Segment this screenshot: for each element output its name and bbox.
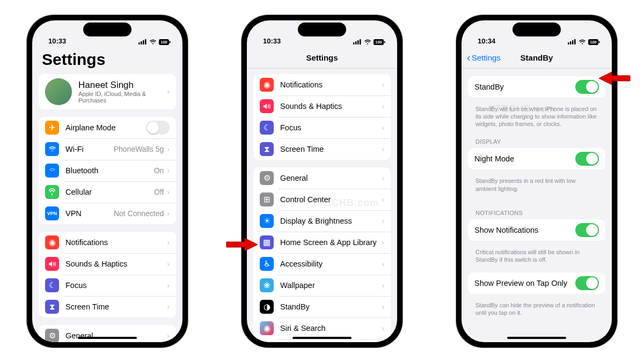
chevron-right-icon: › — [382, 123, 384, 132]
apple-id-row[interactable]: Haneet Singh Apple ID, iCloud, Media & P… — [39, 74, 176, 109]
svg-marker-22 — [599, 72, 630, 85]
screentime-row[interactable]: ⧗ Screen Time › — [253, 138, 391, 160]
standby-toggle[interactable] — [575, 80, 599, 94]
back-button[interactable]: ‹ Settings — [467, 52, 501, 63]
status-time: 10:33 — [48, 37, 66, 45]
airplane-icon: ✈︎ — [45, 121, 59, 135]
accessibility-row[interactable]: ♿︎ Accessibility › — [253, 253, 391, 275]
screentime-row[interactable]: ⧗ Screen Time › — [39, 296, 176, 317]
night-mode-toggle[interactable] — [575, 152, 599, 166]
chevron-right-icon: › — [167, 209, 170, 218]
notifications-row[interactable]: ◉ Notifications › — [253, 74, 391, 95]
general-row[interactable]: ⚙︎ General › — [39, 325, 176, 342]
airplane-toggle[interactable] — [146, 121, 170, 135]
svg-rect-12 — [384, 41, 385, 43]
wallpaper-row[interactable]: ❀ Wallpaper › — [253, 275, 391, 296]
wifi-row[interactable]: Wi-Fi PhoneWalls 5g › — [39, 138, 176, 160]
chevron-left-icon: ‹ — [467, 52, 471, 63]
chevron-right-icon: › — [382, 145, 384, 153]
focus-row[interactable]: ☾ Focus › — [39, 275, 176, 296]
wifi-icon — [579, 39, 586, 45]
chevron-right-icon: › — [382, 302, 384, 311]
chevron-right-icon: › — [382, 281, 384, 290]
brightness-icon: ☀︎ — [260, 214, 274, 228]
svg-rect-14 — [568, 42, 569, 45]
notifications-label: Notifications — [65, 238, 167, 247]
chevron-right-icon: › — [167, 302, 170, 311]
chevron-right-icon: › — [167, 331, 170, 340]
night-mode-label: Night Mode — [474, 154, 575, 163]
show-notifications-row[interactable]: Show Notifications — [468, 219, 605, 241]
svg-text:100: 100 — [590, 40, 597, 45]
chevron-right-icon: › — [167, 238, 170, 247]
show-preview-label: Show Preview on Tap Only — [474, 279, 575, 287]
general-label: General — [280, 174, 382, 182]
general-row[interactable]: ⚙︎ General › — [253, 167, 391, 189]
control-center-label: Control Center — [280, 195, 382, 204]
wifi-label: Wi-Fi — [65, 145, 114, 153]
vpn-row[interactable]: VPN VPN Not Connected › — [39, 203, 176, 224]
grid-icon: ▦ — [260, 235, 274, 249]
show-preview-toggle[interactable] — [575, 276, 599, 290]
sounds-row[interactable]: 🔊︎ Sounds & Haptics › — [253, 95, 391, 117]
wifi-icon — [45, 142, 59, 156]
standby-toggle-row[interactable]: StandBy — [468, 76, 605, 98]
siri-row[interactable]: ◉ Siri & Search › — [253, 317, 391, 339]
home-screen-row[interactable]: ▦ Home Screen & App Library › — [253, 232, 391, 253]
svg-text:100: 100 — [160, 40, 167, 45]
control-center-row[interactable]: ⊞ Control Center › — [253, 189, 391, 210]
standby-note: StandBy will turn on when iPhone is plac… — [468, 103, 605, 129]
svg-rect-19 — [599, 41, 600, 43]
svg-text:100: 100 — [375, 40, 382, 45]
chevron-right-icon: › — [382, 238, 384, 247]
home-screen-label: Home Screen & App Library — [280, 238, 382, 247]
night-mode-row[interactable]: Night Mode — [468, 148, 605, 169]
vpn-icon: VPN — [45, 206, 59, 220]
airplane-label: Airplane Mode — [65, 123, 146, 132]
status-icons: 100 — [138, 39, 171, 45]
wifi-icon — [364, 39, 371, 45]
chevron-right-icon: › — [167, 87, 170, 96]
vpn-value: Not Connected — [114, 209, 164, 218]
chevron-right-icon: › — [382, 217, 384, 225]
chevron-right-icon: › — [167, 166, 170, 175]
cellular-row[interactable]: Cellular Off › — [39, 181, 176, 203]
chevron-right-icon: › — [167, 281, 170, 290]
focus-row[interactable]: ☾ Focus › — [253, 117, 391, 138]
svg-rect-10 — [360, 39, 361, 45]
faceid-row[interactable]: ☺︎ Face ID & Passcode › — [253, 339, 391, 342]
accessibility-label: Accessibility — [280, 260, 382, 268]
standby-row[interactable]: ◑ StandBy › — [253, 296, 391, 317]
wallpaper-label: Wallpaper — [280, 281, 382, 290]
signal-icon — [138, 39, 147, 45]
svg-rect-5 — [170, 41, 171, 43]
home-indicator — [507, 337, 566, 339]
siri-label: Siri & Search — [280, 324, 382, 333]
phone-2: 10:33 100 Settings YTECHB.com ◉ Notifica… — [241, 15, 402, 348]
cellular-icon — [45, 185, 59, 199]
phone-1: 10:33 100 Settings Haneet Singh Apple ID… — [27, 15, 188, 348]
chevron-right-icon: › — [382, 174, 384, 182]
page-title: Settings — [32, 47, 182, 74]
bluetooth-row[interactable]: ⌔ Bluetooth On › — [39, 160, 176, 181]
status-time: 10:34 — [478, 37, 495, 45]
dynamic-island — [83, 23, 131, 36]
battery-icon: 100 — [374, 39, 385, 45]
screentime-label: Screen Time — [65, 302, 167, 311]
chevron-right-icon: › — [167, 145, 170, 153]
airplane-mode-row[interactable]: ✈︎ Airplane Mode — [39, 117, 176, 138]
notifications-header: NOTIFICATIONS — [468, 194, 605, 218]
accessibility-icon: ♿︎ — [260, 257, 274, 271]
sounds-row[interactable]: 🔊︎ Sounds & Haptics › — [39, 253, 176, 275]
display-label: Display & Brightness — [280, 217, 382, 225]
notifications-row[interactable]: ◉ Notifications › — [39, 232, 176, 253]
svg-rect-2 — [143, 40, 144, 45]
status-icons: 100 — [568, 39, 600, 45]
display-brightness-row[interactable]: ☀︎ Display & Brightness › — [253, 210, 391, 232]
show-notifications-toggle[interactable] — [575, 223, 599, 237]
chevron-right-icon: › — [167, 260, 170, 268]
status-time: 10:33 — [263, 37, 281, 45]
show-preview-row[interactable]: Show Preview on Tap Only — [468, 272, 605, 294]
moon-icon: ☾ — [260, 121, 274, 135]
sliders-icon: ⊞ — [260, 193, 274, 206]
